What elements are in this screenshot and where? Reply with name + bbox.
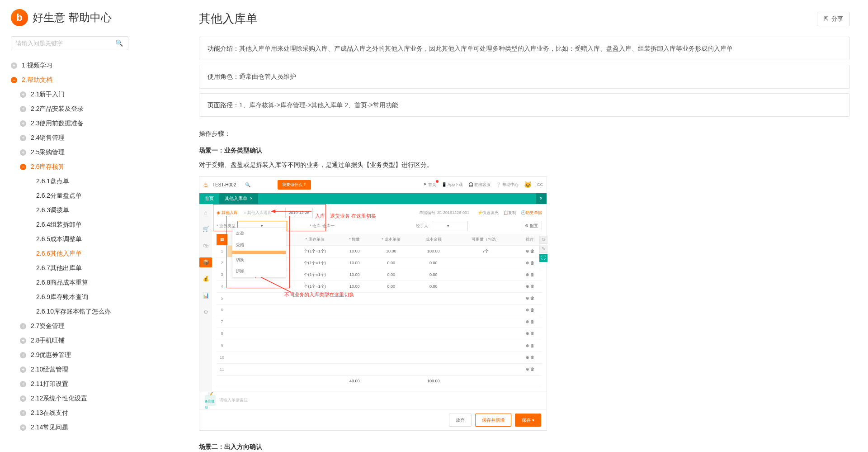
logo: b 好生意 帮助中心 <box>11 9 138 26</box>
nav-2-6-9[interactable]: 2.6.9库存账本查询 <box>11 290 138 305</box>
nav-2-6-4[interactable]: 2.6.4组装拆卸单 <box>11 218 138 232</box>
info-intro: 功能介绍：其他入库单用来处理除采购入库、产成品入库之外的其他入库业务，因此其他入… <box>199 37 850 60</box>
nav-tree: +1.视频学习 −2.帮助文档 +2.1新手入门 +2.2产品安装及登录 +2.… <box>11 58 138 435</box>
table-row: 7⊕ 🗑 <box>217 316 542 328</box>
info-path: 页面路径：1、库存核算->库存管理->其他入库单 2、首页->常用功能 <box>199 93 850 117</box>
ss-link-app: 📱 App下载 <box>442 181 463 189</box>
table-row: 11⊕ 🗑 <box>217 363 542 375</box>
annotation-text-2: 不同业务的入库类型在这里切换 <box>284 290 354 300</box>
ss-right-tools: ↻ ✎ ⛶ <box>539 236 547 262</box>
collapse-icon: − <box>11 77 17 83</box>
nav-2-4[interactable]: +2.4销售管理 <box>11 131 138 145</box>
ss-nav-icon: ⌂ <box>204 208 207 218</box>
nav-2-7[interactable]: +2.7资金管理 <box>11 319 138 333</box>
nav-2-6-2[interactable]: 2.6.2分量盘点单 <box>11 189 138 203</box>
ss-link-home: ⚑ 首页 <box>423 181 436 189</box>
nav-2-6-6[interactable]: 2.6.6其他入库单 <box>11 247 138 261</box>
nav-2-9[interactable]: +2.9优惠券管理 <box>11 348 138 362</box>
nav-2-8[interactable]: +2.8手机旺铺 <box>11 333 138 348</box>
logo-text: 好生意 帮助中心 <box>33 10 112 25</box>
ss-nav-icon: 💰 <box>203 274 209 284</box>
ss-logo-icon: ♨ <box>203 179 209 191</box>
expand-icon: + <box>20 410 26 416</box>
ss-btn-save: 保存 ▾ <box>515 414 541 427</box>
ss-tool-history: 🕘历史单据 <box>521 209 542 217</box>
search-box: 🔍 <box>11 36 138 50</box>
sidebar: b 好生意 帮助中心 🔍 +1.视频学习 −2.帮助文档 +2.1新手入门 +2… <box>0 0 149 452</box>
expand-icon: + <box>20 135 26 141</box>
scene1-desc: 对于受赠、盘盈或是拆装入库等不同的业务，是通过单据头【业务类型】进行区分。 <box>199 159 850 171</box>
ss-tab-current: 其他入库单× <box>219 193 258 204</box>
nav-2-5[interactable]: +2.5采购管理 <box>11 145 138 160</box>
memo-placeholder: 请输入单据备注 <box>219 396 248 404</box>
ss-link-service: 🎧 在线客服 <box>468 181 491 189</box>
expand-icon: + <box>20 352 26 358</box>
search-input[interactable] <box>11 36 128 50</box>
ss-docno: 单据编号 JC-20191226-001 <box>419 209 469 217</box>
table-row: 8⊕ 🗑 <box>217 328 542 340</box>
ss-tool-copy: 📋复制 <box>503 209 516 217</box>
share-button[interactable]: ⇱ 分享 <box>817 12 850 26</box>
nav-2-3[interactable]: +2.3使用前数据准备 <box>11 116 138 131</box>
nav-2-6-5[interactable]: 2.6.5成本调整单 <box>11 232 138 247</box>
table-row: 9⊕ 🗑 <box>217 340 542 352</box>
ss-company: TEST-H002 <box>212 181 236 189</box>
expand-icon: + <box>20 149 26 156</box>
nav-2-13[interactable]: +2.13在线支付 <box>11 406 138 420</box>
table-row: 5⊕ 🗑 <box>217 293 542 305</box>
table-row: 6⊕ 🗑 <box>217 305 542 316</box>
ss-tool-fill: ⚡快速填充 <box>477 209 499 217</box>
ss-handler-label: 经手人 <box>416 222 428 230</box>
nav-2-6-3[interactable]: 2.6.3调拨单 <box>11 203 138 218</box>
scene2-title: 场景二：出入方向确认 <box>199 441 850 452</box>
ss-handler-input: ▾ <box>432 221 468 231</box>
embedded-screenshot: ♨ TEST-H002 🔍 我要做什么？ ⚑ 首页 📱 App下载 🎧 在线客服… <box>199 176 547 431</box>
nav-2-12[interactable]: +2.12系统个性化设置 <box>11 391 138 406</box>
ss-nav-icon: ⚙ <box>203 307 208 318</box>
expand-icon: + <box>11 62 17 69</box>
ss-username: CC <box>537 181 543 189</box>
nav-2-6-8[interactable]: 2.6.8商品成本重算 <box>11 276 138 290</box>
expand-icon: + <box>20 366 26 373</box>
expand-icon: + <box>20 91 26 98</box>
ss-biztype-dropdown: 盘盈 受赠 切换 拆卸 <box>232 228 286 277</box>
nav-video[interactable]: +1.视频学习 <box>11 58 138 73</box>
tool-icon: ↻ <box>539 236 547 244</box>
table-totals: 40.00100.00 <box>217 375 542 387</box>
ss-search-icon: 🔍 <box>245 181 250 189</box>
nav-2-2[interactable]: +2.2产品安装及登录 <box>11 102 138 116</box>
ss-avatar-icon: 🐱 <box>524 179 532 191</box>
info-role: 使用角色：通常由仓管人员维护 <box>199 65 850 88</box>
main-content: 其他入库单 ⇱ 分享 功能介绍：其他入库单用来处理除采购入库、产成品入库之外的其… <box>149 0 868 452</box>
expand-icon: + <box>20 323 26 329</box>
memo-icon: 📝备注信息 <box>205 395 216 406</box>
nav-2-6-1[interactable]: 2.6.1盘点单 <box>11 174 138 189</box>
nav-2-11[interactable]: +2.11打印设置 <box>11 377 138 391</box>
nav-2-6-10[interactable]: 2.6.10库存账本错了怎么办 <box>11 305 138 319</box>
nav-docs[interactable]: −2.帮助文档 <box>11 73 138 87</box>
ss-btn-discard: 放弃 <box>449 414 472 427</box>
ss-nav-icon-active: 📦 <box>199 257 212 267</box>
ss-link-help: ❔ 帮助中心 <box>496 181 519 189</box>
tool-icon: ⛶ <box>539 254 547 262</box>
expand-icon: + <box>20 395 26 402</box>
ss-btn-save-new: 保存并新增 <box>475 414 511 427</box>
expand-icon: + <box>20 120 26 127</box>
ss-nav-icon: 📊 <box>203 290 209 301</box>
nav-2-1[interactable]: +2.1新手入门 <box>11 87 138 102</box>
ss-nav-icon: 🛍 <box>203 241 208 251</box>
share-icon: ⇱ <box>824 15 829 22</box>
ss-action-btn: 我要做什么？ <box>278 180 311 190</box>
expand-icon: + <box>20 338 26 344</box>
collapse-icon: − <box>20 164 26 170</box>
ss-leftnav: ⌂ 🛒 🛍 📦 💰 📊 ⚙ <box>199 204 212 391</box>
ss-tab-close-icon: × <box>536 193 547 204</box>
expand-icon: + <box>20 424 26 431</box>
nav-2-6-7[interactable]: 2.6.7其他出库单 <box>11 261 138 276</box>
logo-icon: b <box>11 9 28 26</box>
nav-2-14[interactable]: +2.14常见问题 <box>11 420 138 435</box>
nav-2-10[interactable]: +2.10经营管理 <box>11 362 138 377</box>
search-icon[interactable]: 🔍 <box>115 39 123 47</box>
expand-icon: + <box>20 106 26 112</box>
nav-2-6[interactable]: −2.6库存核算 <box>11 160 138 174</box>
